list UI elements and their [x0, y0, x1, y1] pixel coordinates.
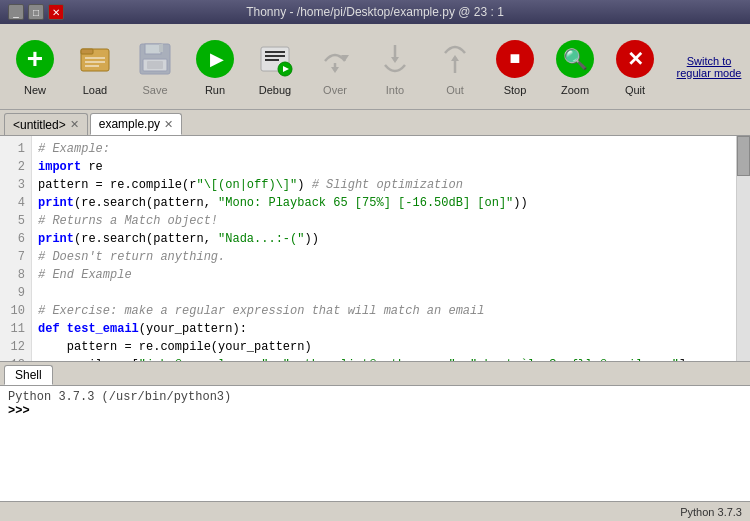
out-button[interactable]: Out: [426, 30, 484, 104]
into-label: Into: [386, 84, 404, 96]
stop-icon: [494, 38, 536, 80]
load-icon: [74, 38, 116, 80]
new-button[interactable]: New: [6, 30, 64, 104]
debug-button[interactable]: Debug: [246, 30, 304, 104]
zoom-icon: [554, 38, 596, 80]
svg-rect-1: [81, 49, 93, 54]
svg-rect-11: [265, 51, 285, 53]
debug-label: Debug: [259, 84, 291, 96]
save-label: Save: [142, 84, 167, 96]
code-editor[interactable]: 12345 678910 1112131415 16171819 # Examp…: [0, 136, 750, 361]
maximize-button[interactable]: □: [28, 4, 44, 20]
title-bar: _ □ ✕ Thonny - /home/pi/Desktop/example.…: [0, 0, 750, 24]
new-icon: [14, 38, 56, 80]
shell-container: Shell Python 3.7.3 (/usr/bin/python3) >>…: [0, 361, 750, 501]
tab-example-close[interactable]: ✕: [164, 118, 173, 131]
shell-content[interactable]: Python 3.7.3 (/usr/bin/python3) >>>: [0, 386, 750, 501]
shell-prompt: >>>: [8, 404, 30, 418]
shell-prompt-line: >>>: [8, 404, 742, 418]
into-button[interactable]: Into: [366, 30, 424, 104]
minimize-button[interactable]: _: [8, 4, 24, 20]
scrollbar-thumb[interactable]: [737, 136, 750, 176]
zoom-label: Zoom: [561, 84, 589, 96]
zoom-button[interactable]: Zoom: [546, 30, 604, 104]
svg-rect-13: [265, 59, 279, 61]
run-button[interactable]: Run: [186, 30, 244, 104]
shell-version: Python 3.7.3 (/usr/bin/python3): [8, 390, 742, 404]
load-label: Load: [83, 84, 107, 96]
quit-button[interactable]: Quit: [606, 30, 664, 104]
into-icon: [374, 38, 416, 80]
tab-untitled[interactable]: <untitled> ✕: [4, 113, 88, 135]
svg-marker-20: [391, 57, 399, 63]
svg-rect-7: [159, 44, 163, 52]
shell-tab-label: Shell: [15, 368, 42, 382]
save-icon: [134, 38, 176, 80]
over-label: Over: [323, 84, 347, 96]
line-numbers: 12345 678910 1112131415 16171819: [0, 136, 32, 361]
svg-marker-22: [451, 55, 459, 61]
toolbar: New Load Save: [0, 24, 750, 110]
svg-rect-12: [265, 55, 285, 57]
status-text: Python 3.7.3: [680, 506, 742, 518]
run-icon: [194, 38, 236, 80]
shell-tabs: Shell: [0, 362, 750, 386]
status-bar: Python 3.7.3: [0, 501, 750, 521]
code-content[interactable]: # Example: import re pattern = re.compil…: [32, 136, 736, 361]
over-button[interactable]: Over: [306, 30, 364, 104]
debug-icon: [254, 38, 296, 80]
shell-tab[interactable]: Shell: [4, 365, 53, 385]
quit-label: Quit: [625, 84, 645, 96]
svg-rect-4: [85, 65, 99, 67]
tab-example[interactable]: example.py ✕: [90, 113, 182, 135]
tab-untitled-label: <untitled>: [13, 118, 66, 132]
editor-scrollbar[interactable]: [736, 136, 750, 361]
main-area: 12345 678910 1112131415 16171819 # Examp…: [0, 136, 750, 501]
stop-button[interactable]: Stop: [486, 30, 544, 104]
switch-mode-link[interactable]: Switch to regular mode: [674, 55, 744, 79]
out-label: Out: [446, 84, 464, 96]
svg-marker-18: [331, 67, 339, 73]
new-label: New: [24, 84, 46, 96]
window-title: Thonny - /home/pi/Desktop/example.py @ 2…: [88, 5, 662, 19]
svg-rect-2: [85, 57, 105, 59]
svg-rect-6: [145, 44, 161, 54]
over-icon: [314, 38, 356, 80]
tab-untitled-close[interactable]: ✕: [70, 118, 79, 131]
run-label: Run: [205, 84, 225, 96]
save-button[interactable]: Save: [126, 30, 184, 104]
stop-label: Stop: [504, 84, 527, 96]
quit-icon: [614, 38, 656, 80]
tab-example-label: example.py: [99, 117, 160, 131]
svg-rect-9: [147, 61, 163, 69]
tabs-bar: <untitled> ✕ example.py ✕: [0, 110, 750, 136]
out-icon: [434, 38, 476, 80]
close-button[interactable]: ✕: [48, 4, 64, 20]
load-button[interactable]: Load: [66, 30, 124, 104]
svg-rect-3: [85, 61, 105, 63]
